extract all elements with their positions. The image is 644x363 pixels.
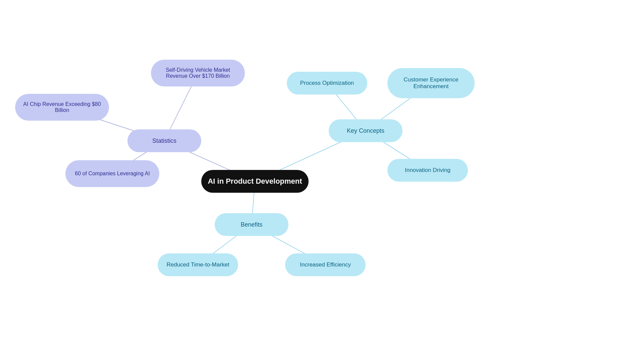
process-opt-label: Process Optimization: [300, 80, 354, 86]
innovation-label: Innovation Driving: [405, 167, 450, 174]
statistics-label: Statistics: [152, 137, 176, 144]
ai-chip-label: AI Chip Revenue Exceeding $80 Billion: [22, 101, 102, 113]
customer-exp-label: Customer Experience Enhancement: [393, 76, 469, 90]
customer-exp-node[interactable]: Customer Experience Enhancement: [387, 68, 475, 98]
innovation-node[interactable]: Innovation Driving: [387, 159, 468, 182]
companies-node[interactable]: 60 of Companies Leveraging AI: [65, 160, 159, 187]
increased-eff-node[interactable]: Increased Efficiency: [285, 253, 366, 276]
center-label: AI in Product Development: [208, 177, 302, 186]
reduced-time-node[interactable]: Reduced Time-to-Market: [158, 253, 238, 276]
reduced-time-label: Reduced Time-to-Market: [166, 261, 229, 268]
key-concepts-branch[interactable]: Key Concepts: [329, 119, 402, 142]
process-opt-node[interactable]: Process Optimization: [287, 72, 367, 95]
center-node[interactable]: AI in Product Development: [201, 170, 309, 193]
ai-chip-node[interactable]: AI Chip Revenue Exceeding $80 Billion: [15, 94, 109, 121]
benefits-branch[interactable]: Benefits: [215, 213, 288, 236]
self-driving-label: Self-Driving Vehicle Market Revenue Over…: [158, 67, 238, 79]
statistics-branch[interactable]: Statistics: [127, 129, 201, 152]
self-driving-node[interactable]: Self-Driving Vehicle Market Revenue Over…: [151, 60, 245, 86]
key-concepts-label: Key Concepts: [347, 127, 384, 134]
increased-eff-label: Increased Efficiency: [300, 261, 351, 268]
companies-label: 60 of Companies Leveraging AI: [75, 171, 150, 177]
benefits-label: Benefits: [240, 221, 262, 228]
